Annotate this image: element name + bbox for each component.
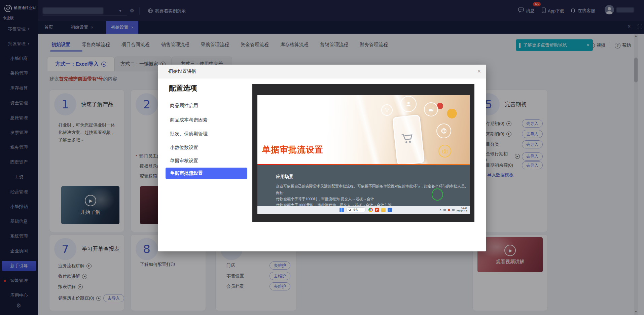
clock-time: 14:41: [457, 207, 467, 210]
phone-in-hand: [392, 114, 425, 166]
chrome-icon: [368, 208, 373, 212]
option-product-attributes[interactable]: 商品属性启用: [170, 103, 198, 109]
scene-line: 企业可依据自己的实际需求灵活的配置审批流程、可依据不同的条件设置对应的审批环节，…: [276, 184, 468, 189]
option-product-cost[interactable]: 商品成本考虑因素: [170, 117, 208, 123]
close-icon[interactable]: ×: [477, 68, 481, 75]
tray-icon: [452, 209, 455, 211]
option-decimal-places[interactable]: 小数位数设置: [170, 145, 198, 151]
modal-title: 初始设置讲解: [168, 68, 196, 74]
scene-line: 付款金额小于等于1000时，审批流程为 提交人→老板→会计: [276, 197, 374, 202]
tray-icon: [443, 209, 446, 211]
powerpoint-icon: P: [375, 208, 379, 212]
person-icon: [400, 96, 417, 112]
slide-title: 单据审批流设置: [262, 144, 323, 155]
teams-icon: T: [388, 208, 392, 212]
highlight-circle: [432, 188, 443, 201]
tray-chevron-icon: ∧: [439, 208, 441, 211]
option-doc-audit[interactable]: 单据审核设置: [170, 158, 198, 164]
slide-image: 单据审批流设置 应用场景 企业可依据自己的实际需求灵活的配置审批流程、可依据不同…: [257, 95, 470, 214]
initial-settings-modal: 初始设置讲解 × 配置选项 商品属性启用 商品成本考虑因素 批次、保质期管理 小…: [158, 65, 486, 251]
cart-icon: [381, 104, 393, 116]
slide-frame: 单据审批流设置 应用场景 企业可依据自己的实际需求灵活的配置审批流程、可依据不同…: [252, 84, 474, 222]
folder-icon: [381, 208, 386, 212]
option-approval-flow-selected[interactable]: 单据审批流设置: [166, 168, 247, 179]
tray-icon: [448, 209, 450, 211]
globe-icon: [436, 124, 451, 138]
camera-icon: [438, 145, 451, 158]
scene-line: 例如:: [276, 190, 284, 196]
windows-logo-icon: [339, 208, 344, 212]
factory-icon: [424, 102, 438, 116]
modal-title-bar: 初始设置讲解 ×: [158, 65, 486, 78]
taskbar-clock: 14:41 2023/1/13: [457, 207, 467, 213]
windows-taskbar: 搜索 P T ∧ 14:41 2023/1/13: [257, 206, 470, 214]
search-label: 搜索: [353, 208, 358, 212]
option-batch-shelf-life[interactable]: 批次、保质期管理: [170, 131, 208, 137]
modal-section-title: 配置选项: [169, 83, 197, 93]
selected-option-label: 单据审批流设置: [170, 170, 203, 176]
taskbar-search[interactable]: 搜索: [346, 207, 366, 212]
search-icon: [349, 209, 351, 211]
scene-title: 应用场景: [276, 174, 293, 180]
clock-date: 2023/1/13: [457, 210, 467, 213]
